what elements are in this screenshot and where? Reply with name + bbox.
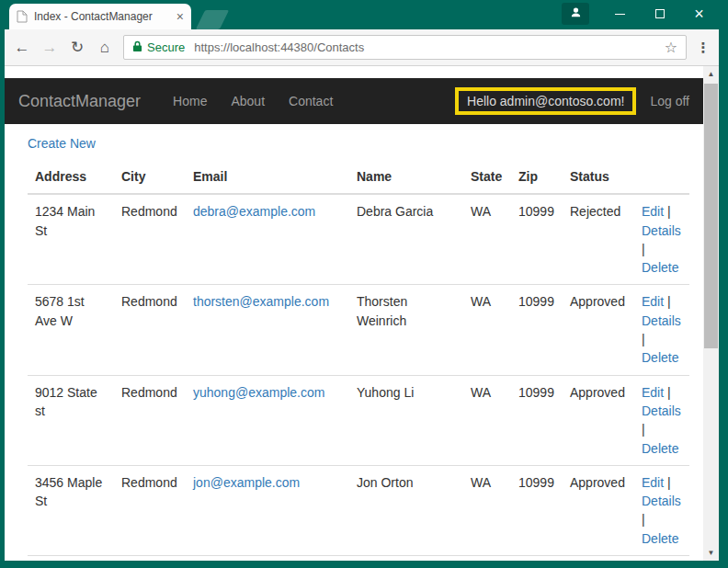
- cell-city: Redmond: [114, 285, 186, 375]
- profile-button[interactable]: [562, 3, 589, 25]
- nav-link-home[interactable]: Home: [161, 94, 219, 108]
- titlebar: Index - ContactManager × ×: [5, 0, 719, 29]
- close-button[interactable]: ×: [679, 0, 719, 28]
- scroll-down-icon[interactable]: ▼: [703, 545, 719, 561]
- edit-link[interactable]: Edit: [642, 385, 664, 400]
- tab-title: Index - ContactManager: [34, 10, 170, 23]
- edit-link[interactable]: Edit: [642, 204, 664, 219]
- forward-button[interactable]: →: [36, 34, 63, 62]
- col-header-name: Name: [349, 160, 463, 194]
- browser-tab[interactable]: Index - ContactManager ×: [9, 4, 191, 29]
- cell-city: Redmond: [114, 194, 186, 285]
- email-link[interactable]: debra@example.com: [193, 204, 315, 219]
- minimize-icon: [615, 14, 625, 15]
- contacts-table: Address City Email Name State Zip Status: [28, 160, 689, 556]
- delete-link[interactable]: Delete: [642, 260, 678, 275]
- cell-zip: 10999: [511, 465, 563, 555]
- site-navbar: ContactManager Home About Contact Hello …: [5, 78, 703, 124]
- action-separator: |: [642, 332, 645, 346]
- table-row: 9012 State st Redmond yuhong@example.com…: [28, 375, 689, 465]
- page-content: ContactManager Home About Contact Hello …: [5, 66, 703, 561]
- cell-state: WA: [463, 194, 511, 285]
- col-header-address: Address: [28, 160, 114, 194]
- address-bar[interactable]: Secure https://localhost:44380/Contacts …: [123, 35, 687, 60]
- action-separator: |: [642, 242, 645, 256]
- back-icon: ←: [15, 39, 30, 57]
- create-new-link[interactable]: Create New: [28, 136, 96, 151]
- cell-city: Redmond: [114, 465, 186, 555]
- page-viewport: ContactManager Home About Contact Hello …: [5, 66, 719, 561]
- cell-actions: Edit | Details | Delete: [634, 375, 689, 465]
- cell-city: Redmond: [114, 375, 186, 465]
- email-link[interactable]: jon@example.com: [193, 475, 300, 490]
- reload-icon: ↻: [71, 38, 84, 57]
- details-link[interactable]: Details: [642, 313, 681, 328]
- tab-close-icon[interactable]: ×: [176, 10, 184, 23]
- window-controls: ×: [562, 0, 719, 28]
- cell-name: Jon Orton: [349, 465, 463, 555]
- nav-links: Home About Contact: [161, 94, 345, 108]
- cell-email: thorsten@example.com: [186, 285, 349, 375]
- action-separator: |: [667, 204, 671, 219]
- cell-address: 1234 Main St: [28, 194, 114, 285]
- close-icon: ×: [694, 6, 704, 22]
- action-separator: |: [667, 385, 671, 400]
- delete-link[interactable]: Delete: [642, 441, 678, 456]
- table-row: 5678 1st Ave W Redmond thorsten@example.…: [28, 285, 689, 375]
- action-separator: |: [667, 475, 671, 490]
- scrollbar-thumb[interactable]: [704, 84, 718, 348]
- details-link[interactable]: Details: [642, 403, 681, 418]
- scroll-up-icon[interactable]: ▲: [703, 66, 719, 82]
- delete-link[interactable]: Delete: [642, 350, 678, 365]
- page-favicon-icon: [17, 10, 28, 23]
- cell-status: Approved: [563, 375, 634, 465]
- cell-email: debra@example.com: [186, 194, 349, 285]
- nav-right: Hello admin@contoso.com! Log off: [455, 87, 689, 115]
- reload-button[interactable]: ↻: [63, 34, 91, 62]
- logoff-link[interactable]: Log off: [650, 94, 689, 108]
- cell-status: Approved: [563, 465, 634, 555]
- cell-name: Debra Garcia: [349, 194, 463, 285]
- delete-link[interactable]: Delete: [642, 531, 678, 546]
- back-button[interactable]: ←: [8, 34, 36, 62]
- edit-link[interactable]: Edit: [642, 294, 664, 309]
- bookmark-star-icon[interactable]: ☆: [665, 40, 677, 55]
- hello-user-link[interactable]: Hello admin@contoso.com!: [455, 87, 636, 115]
- email-link[interactable]: thorsten@example.com: [193, 294, 329, 309]
- action-separator: |: [667, 294, 671, 309]
- new-tab-button[interactable]: [196, 10, 229, 29]
- maximize-button[interactable]: [640, 0, 679, 28]
- cell-state: WA: [463, 285, 511, 375]
- cell-address: 3456 Maple St: [28, 465, 114, 555]
- cell-state: WA: [463, 375, 511, 465]
- home-button[interactable]: ⌂: [91, 34, 119, 62]
- maximize-icon: [655, 9, 665, 18]
- cell-actions: Edit | Details | Delete: [634, 285, 689, 375]
- page-scrollbar[interactable]: ▲ ▼: [703, 66, 719, 561]
- nav-link-contact[interactable]: Contact: [277, 94, 345, 108]
- cell-email: jon@example.com: [186, 465, 349, 555]
- security-label: Secure: [147, 40, 185, 54]
- nav-link-about[interactable]: About: [219, 94, 277, 108]
- action-separator: |: [642, 512, 645, 527]
- minimize-button[interactable]: [600, 0, 640, 28]
- user-icon: [569, 6, 583, 23]
- email-link[interactable]: yuhong@example.com: [193, 385, 324, 400]
- details-link[interactable]: Details: [642, 223, 681, 238]
- browser-menu-icon[interactable]: ⋮: [691, 40, 715, 56]
- details-link[interactable]: Details: [642, 494, 681, 508]
- cell-email: yuhong@example.com: [186, 375, 349, 465]
- lock-icon[interactable]: [132, 40, 142, 56]
- table-header-row: Address City Email Name State Zip Status: [28, 160, 689, 194]
- cell-actions: Edit | Details | Delete: [634, 194, 689, 285]
- edit-link[interactable]: Edit: [642, 475, 664, 490]
- col-header-city: City: [114, 160, 186, 194]
- cell-address: 9012 State st: [28, 375, 114, 465]
- home-icon: ⌂: [100, 39, 109, 57]
- brand-link[interactable]: ContactManager: [18, 92, 141, 111]
- browser-window: Index - ContactManager × ×: [0, 0, 728, 568]
- cell-actions: Edit | Details | Delete: [634, 465, 689, 555]
- action-separator: |: [642, 422, 645, 437]
- cell-status: Rejected: [563, 194, 634, 285]
- col-header-actions: [634, 160, 689, 194]
